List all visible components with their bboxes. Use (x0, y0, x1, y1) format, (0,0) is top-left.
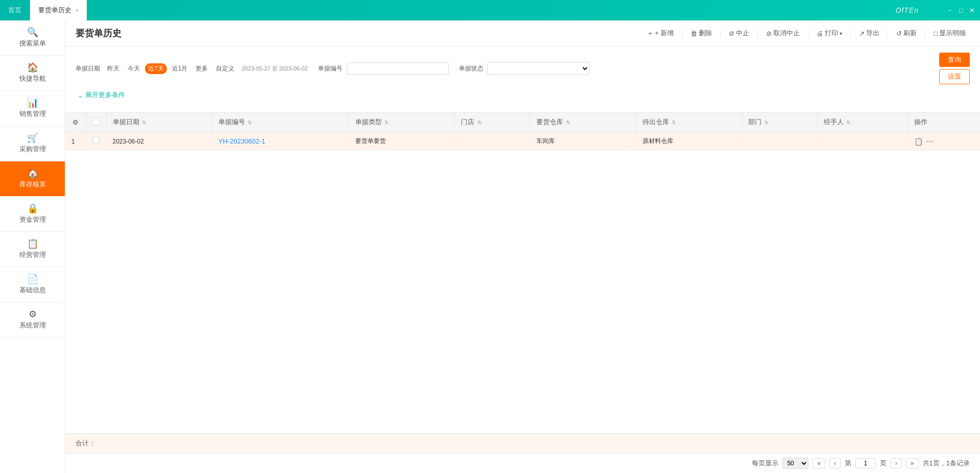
date-shortcut-today[interactable]: 今天 (125, 63, 143, 74)
sidebar-item-sys-mgmt[interactable]: ⚙ 系统管理 (0, 302, 65, 338)
last-page-button[interactable]: » (906, 458, 919, 468)
main-layout: 🔍 搜索菜单 🏠 快捷导航 📊 销售管理 🛒 采购管理 🏠 库存核算 🔒 资金管… (0, 20, 980, 473)
td-department (742, 132, 817, 151)
content-area: 要货单历史 + + 新增 🗑 删除 ⊘ 中止 (65, 20, 980, 473)
filter-area: 单据日期 昨天 今天 近7天 近1月 更多 自定义 2023-05-27 至 2… (65, 46, 980, 112)
search-menu-icon: 🔍 (27, 28, 38, 37)
sort-ordertype-icon[interactable]: ⇅ (384, 120, 388, 125)
divider6 (888, 29, 888, 37)
th-checkbox (86, 112, 106, 132)
column-settings-icon[interactable]: ⚙ (72, 119, 79, 126)
filter-row-1: 单据日期 昨天 今天 近7天 近1月 更多 自定义 2023-05-27 至 2… (76, 53, 970, 84)
delete-button[interactable]: 🗑 删除 (687, 27, 716, 40)
settings-button[interactable]: 设置 (939, 69, 970, 84)
inventory-icon: 🏠 (27, 169, 38, 178)
next-page-button[interactable]: › (891, 458, 902, 468)
refresh-button[interactable]: ↺ 刷新 (892, 27, 921, 40)
order-status-select[interactable] (487, 62, 590, 75)
sort-reqwarehouse-icon[interactable]: ⇅ (566, 120, 570, 125)
per-page-label: 每页显示 (752, 459, 778, 468)
first-page-button[interactable]: « (813, 458, 825, 468)
sidebar-item-sales-mgmt[interactable]: 📊 销售管理 (0, 91, 65, 126)
divider5 (850, 29, 851, 37)
chevron-down-icon: ⌄ (78, 91, 83, 99)
window-controls: － □ ✕ (946, 6, 975, 15)
sidebar-item-search-menu[interactable]: 🔍 搜索菜单 (0, 20, 65, 56)
th-settings[interactable]: ⚙ (65, 112, 86, 132)
order-no-filter-group: 单据编号 (318, 62, 449, 75)
stop-icon: ⊘ (729, 30, 734, 37)
sort-date-icon[interactable]: ⇅ (142, 120, 146, 125)
restore-icon[interactable]: □ (959, 7, 963, 14)
sort-store-icon[interactable]: ⇅ (477, 120, 481, 125)
sidebar-item-ops-mgmt[interactable]: 📋 经营管理 (0, 232, 65, 267)
expand-more-button[interactable]: ⌄ 展开更多条件 (76, 88, 127, 102)
divider3 (757, 29, 758, 37)
display-detail-button[interactable]: □ 显示明细 (929, 27, 970, 40)
cancel-stop-icon: ⊘ (766, 30, 772, 37)
td-checkbox (86, 132, 106, 151)
date-filter-label: 单据日期 (76, 64, 100, 73)
sidebar-item-basic-info[interactable]: 📄 基础信息 (0, 267, 65, 302)
sidebar-item-quick-nav[interactable]: 🏠 快捷导航 (0, 56, 65, 91)
divider1 (682, 29, 682, 37)
date-shortcut-yesterday[interactable]: 昨天 (104, 63, 122, 74)
sidebar-item-finance-mgmt[interactable]: 🔒 资金管理 (0, 197, 65, 232)
data-table: ⚙ 单据日期 ⇅ 单据编号 ⇅ (65, 112, 980, 151)
new-button[interactable]: + + 新增 (644, 27, 678, 40)
tab-purchase-history[interactable]: 要货单历史 × (30, 0, 87, 20)
row-edit-icon[interactable]: 📋 (914, 137, 923, 146)
refresh-icon: ↺ (896, 30, 902, 37)
order-no-link[interactable]: YH-20230602-1 (218, 137, 265, 145)
export-button[interactable]: ↗ 导出 (855, 27, 884, 40)
query-button[interactable]: 查询 (939, 53, 970, 67)
tab-close-icon[interactable]: × (76, 7, 79, 13)
purchase-mgmt-icon: 🛒 (27, 133, 38, 143)
td-req-warehouse: 车间库 (530, 132, 636, 151)
row-delete-icon[interactable]: ⋯ (926, 137, 933, 146)
date-shortcut-last7days[interactable]: 近7天 (145, 63, 167, 74)
page-label: 第 (845, 459, 851, 468)
sort-orderno-icon[interactable]: ⇅ (248, 120, 252, 125)
th-department: 部门 ⇅ (742, 112, 817, 132)
tab-bar: 首页 要货单历史 × (0, 0, 87, 20)
date-filter-group: 单据日期 昨天 今天 近7天 近1月 更多 自定义 2023-05-27 至 2… (76, 63, 308, 74)
date-shortcut-more[interactable]: 更多 (192, 63, 211, 74)
page-input[interactable] (855, 458, 876, 468)
sidebar-item-inventory[interactable]: 🏠 库存核算 (0, 161, 65, 197)
print-button[interactable]: 🖨 打印 ▾ (813, 27, 846, 40)
row-checkbox[interactable] (92, 137, 100, 144)
export-icon: ↗ (859, 30, 865, 37)
stop-button[interactable]: ⊘ 中止 (725, 27, 753, 40)
order-status-label: 单据状态 (459, 64, 483, 73)
th-store: 门店 ⇅ (455, 112, 530, 132)
sales-mgmt-icon: 📊 (27, 98, 38, 107)
per-page-select[interactable]: 50 10 20 100 (782, 458, 808, 469)
sort-department-icon[interactable]: ⇅ (764, 120, 768, 125)
filter-actions: 查询 设置 (939, 53, 970, 84)
header-checkbox[interactable] (92, 118, 100, 125)
tab-home[interactable]: 首页 (0, 0, 30, 20)
close-icon[interactable]: ✕ (969, 7, 975, 14)
date-shortcut-last1month[interactable]: 近1月 (169, 63, 191, 74)
sidebar-label-quick-nav: 快捷导航 (19, 74, 46, 83)
divider2 (720, 29, 721, 37)
prev-page-button[interactable]: ‹ (829, 458, 841, 468)
order-no-input[interactable] (347, 62, 449, 75)
th-date: 单据日期 ⇅ (106, 112, 212, 132)
sort-pendingwarehouse-icon[interactable]: ⇅ (672, 120, 676, 125)
divider7 (925, 29, 925, 37)
th-order-type: 单据类型 ⇅ (349, 112, 455, 132)
pagination-bar: 每页显示 50 10 20 100 « ‹ 第 页 › » 共1页，1条记录 (65, 453, 980, 473)
minimize-icon[interactable]: － (946, 6, 953, 15)
sort-handler-icon[interactable]: ⇅ (846, 120, 850, 125)
sidebar-item-purchase-mgmt[interactable]: 🛒 采购管理 (0, 126, 65, 161)
total-label: 合计： (76, 439, 95, 447)
finance-mgmt-icon: 🔒 (27, 204, 38, 213)
order-no-label: 单据编号 (318, 64, 342, 73)
table-row: 1 2023-06-02 YH-20230602-1 要货单要货 车间库 原材料… (65, 132, 980, 151)
top-bar: 首页 要货单历史 × OfTEn － □ ✕ (0, 0, 980, 20)
date-shortcut-custom[interactable]: 自定义 (213, 63, 237, 74)
td-order-type: 要货单要货 (349, 132, 455, 151)
cancel-stop-button[interactable]: ⊘ 取消中止 (762, 27, 804, 40)
